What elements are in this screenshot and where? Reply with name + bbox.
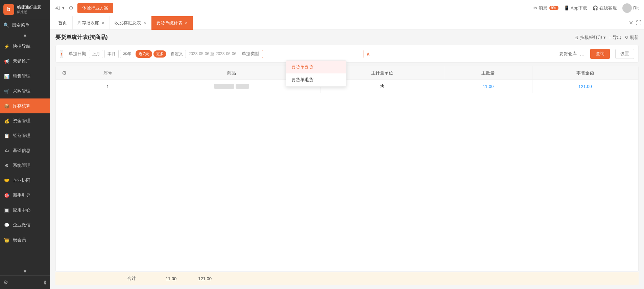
sidebar: b 畅捷通好生意 标准版 🔍 搜索菜单 ▲ ⚡ 快捷导航 📢 营销推广 📊 销售… xyxy=(0,0,50,289)
search-menu[interactable]: 🔍 搜索菜单 xyxy=(0,19,50,31)
type-filter-input[interactable] xyxy=(262,50,363,58)
sidebar-scroll-down[interactable]: ▼ xyxy=(0,267,50,275)
tab-receivable-summary[interactable]: 收发存汇总表 ✕ xyxy=(110,16,151,30)
sidebar-item-inventory[interactable]: 📦 库存核算 xyxy=(0,98,50,113)
tab-inventory-batch[interactable]: 库存批次账 ✕ xyxy=(73,16,110,30)
print-label: 按模板打印 xyxy=(580,35,602,41)
sidebar-item-enterprise[interactable]: 🤝 企业协同 xyxy=(0,173,50,188)
user-avatar-area[interactable]: Rit xyxy=(622,3,639,13)
store-count: 41 xyxy=(55,5,60,10)
quantity-link[interactable]: 11.00 xyxy=(483,84,494,89)
app-icon: 📱 xyxy=(564,5,569,10)
type-filter-clear-icon[interactable]: ∧ xyxy=(366,51,370,57)
nav-icon-finance: 💰 xyxy=(3,117,10,124)
sidebar-item-guide[interactable]: 🎯 新手引导 xyxy=(0,188,50,203)
store-selector[interactable]: 41 ▾ xyxy=(55,5,65,10)
export-btn[interactable]: ↑ 导出 xyxy=(609,35,622,41)
sidebar-item-basic[interactable]: 🗂 基础信息 xyxy=(0,143,50,158)
summary-label: 合计 xyxy=(59,275,154,282)
nav-icon-system: ⚙ xyxy=(3,162,10,169)
date-filter-group: 单据日期 上月 本月 本年 近7天 更多 自定义 2023-05-06 至 20… xyxy=(69,50,236,58)
td-quantity: 11.00 xyxy=(444,80,532,93)
date-range-text: 2023-05-06 至 2023-06-06 xyxy=(189,51,236,57)
tab-fullscreen-btn[interactable]: ⛶ xyxy=(636,20,641,26)
service-label: 在线客服 xyxy=(599,5,617,11)
customer-service-btn[interactable]: 🎧 在线客服 xyxy=(593,5,617,11)
message-btn[interactable]: ✉ 消息 99+ xyxy=(533,5,558,11)
print-chevron-icon: ▾ xyxy=(603,35,606,40)
page-title: 要货单统计表(按商品) xyxy=(55,34,108,41)
product-name-bar xyxy=(214,84,234,89)
sidebar-item-member[interactable]: 👑 畅会员 xyxy=(0,232,50,247)
tab-order-summary[interactable]: 要货单统计表 ✕ xyxy=(151,16,193,30)
filter-settings-btn[interactable]: 设置 xyxy=(615,49,634,59)
th-index: 序号 xyxy=(73,66,143,80)
date-btn-more[interactable]: 更多 xyxy=(153,50,166,58)
dropdown-item-return[interactable]: 要货单退货 xyxy=(286,73,346,86)
collapse-icon[interactable]: ⟪ xyxy=(44,279,47,286)
td-index: 1 xyxy=(73,80,143,93)
date-btn-last-month[interactable]: 上月 xyxy=(89,50,103,58)
topbar-settings-icon[interactable]: ⚙ xyxy=(69,5,73,11)
date-btn-this-year[interactable]: 本年 xyxy=(120,50,134,58)
date-btn-7days[interactable]: 近7天 xyxy=(136,50,152,58)
amount-link[interactable]: 121.00 xyxy=(578,84,592,89)
topbar-left: 41 ▾ ⚙ 体验行业方案 xyxy=(55,3,113,13)
refresh-label: 刷新 xyxy=(630,35,639,41)
summary-row: 合计 11.00 121.00 xyxy=(55,272,639,285)
content-inner: 要货单统计表(按商品) 🖨 按模板打印 ▾ ↑ 导出 ↻ xyxy=(50,30,644,289)
nav-icon-member: 👑 xyxy=(3,237,10,243)
nav-label-finance: 资金管理 xyxy=(13,118,30,124)
nav-label-marketing: 营销推广 xyxy=(13,58,30,64)
date-btn-this-month[interactable]: 本月 xyxy=(104,50,119,58)
sidebar-item-operation[interactable]: 📋 经营管理 xyxy=(0,128,50,143)
date-filter-label: 单据日期 xyxy=(69,51,86,57)
message-label: 消息 xyxy=(539,5,547,11)
nav-label-enterprise: 企业协同 xyxy=(13,177,30,183)
sidebar-item-sales[interactable]: 📊 销售管理 xyxy=(0,69,50,84)
sidebar-item-appstore[interactable]: 🔲 应用中心 xyxy=(0,203,50,218)
table-head: ⚙ 序号 商品 主计量单位 主数量 零售金额 xyxy=(56,66,638,80)
refresh-btn[interactable]: ↻ 刷新 xyxy=(625,35,639,41)
app-download-btn[interactable]: 📱 App下载 xyxy=(564,5,587,11)
print-btn[interactable]: 🖨 按模板打印 ▾ xyxy=(574,35,606,41)
service-icon: 🎧 xyxy=(593,5,598,10)
sidebar-item-finance[interactable]: 💰 资金管理 xyxy=(0,113,50,128)
th-settings[interactable]: ⚙ xyxy=(56,66,73,80)
sidebar-scroll-up[interactable]: ▲ xyxy=(0,31,50,39)
store-chevron-icon[interactable]: ▾ xyxy=(62,5,65,10)
sidebar-item-wechat[interactable]: 💬 企业微信 xyxy=(0,218,50,232)
nav-label-appstore: 应用中心 xyxy=(13,207,30,213)
logo-icon: b xyxy=(3,4,14,15)
refresh-icon: ↻ xyxy=(625,35,628,40)
tab-inventory-batch-label: 库存批次账 xyxy=(77,20,99,26)
sidebar-item-purchase[interactable]: 🛒 采购管理 xyxy=(0,84,50,98)
tab-close-all-btn[interactable]: ✕ xyxy=(629,20,633,26)
nav-label-basic: 基础信息 xyxy=(13,148,30,154)
sidebar-bottom: ⚙ ⟪ xyxy=(0,275,50,289)
nav-icon-basic: 🗂 xyxy=(3,147,10,154)
dropdown-item-goods[interactable]: 要货单要货 xyxy=(286,61,346,73)
sidebar-item-system[interactable]: ⚙ 系统管理 xyxy=(0,158,50,173)
sidebar-item-quick-nav[interactable]: ⚡ 快捷导航 xyxy=(0,39,50,54)
date-btn-custom[interactable]: 自定义 xyxy=(168,50,186,58)
dropdown-item-return-label: 要货单退货 xyxy=(291,77,313,82)
table-row: 1 块 11.00 121.00 xyxy=(56,80,638,93)
tab-inventory-batch-close[interactable]: ✕ xyxy=(101,21,105,25)
app-download-label: App下载 xyxy=(571,5,587,11)
table-wrapper: ⚙ 序号 商品 主计量单位 主数量 零售金额 1 xyxy=(55,66,639,272)
type-filter-group: 单据类型 ∧ xyxy=(242,50,554,58)
table-settings-icon[interactable]: ⚙ xyxy=(62,70,67,76)
summary-amount: 121.00 xyxy=(188,276,222,281)
sidebar-item-marketing[interactable]: 📢 营销推广 xyxy=(0,54,50,69)
tab-receivable-summary-close[interactable]: ✕ xyxy=(143,21,146,25)
nav-label-member: 畅会员 xyxy=(13,237,26,243)
query-btn[interactable]: 查询 xyxy=(590,49,610,59)
tab-order-summary-close[interactable]: ✕ xyxy=(185,21,188,25)
settings-icon[interactable]: ⚙ xyxy=(3,279,8,286)
trial-btn[interactable]: 体验行业方案 xyxy=(77,3,113,13)
filter-expand-btn[interactable]: › xyxy=(60,50,63,58)
warehouse-filter-label: 要货仓库 xyxy=(559,51,577,57)
tab-home[interactable]: 首页 xyxy=(53,16,73,30)
warehouse-more-icon[interactable]: … xyxy=(579,51,585,57)
